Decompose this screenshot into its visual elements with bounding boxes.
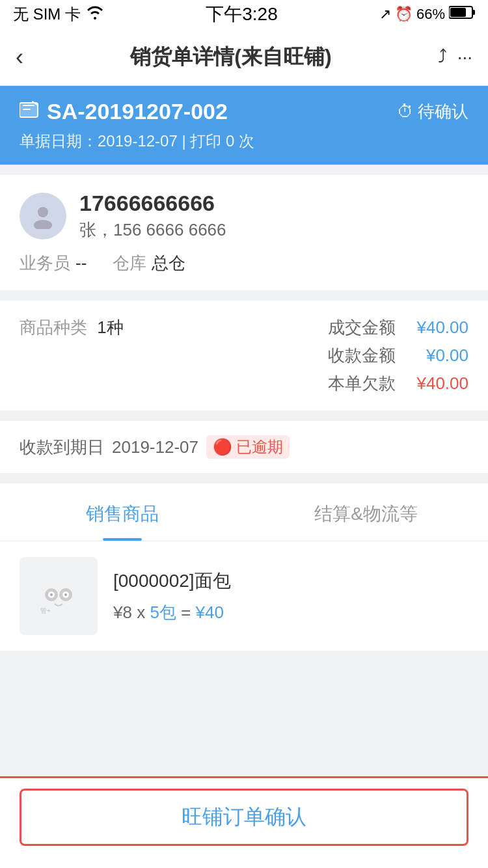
- product-price: ¥8 x 5包 = ¥40: [113, 601, 468, 624]
- back-button[interactable]: ‹: [16, 44, 55, 71]
- debt-value: ¥40.00: [403, 373, 468, 394]
- warehouse-item: 仓库 总仓: [113, 252, 185, 275]
- customer-phone: 17666666666: [79, 191, 226, 216]
- product-name: [0000002]面包: [113, 569, 468, 593]
- order-date-line: 单据日期：2019-12-07 | 打印 0 次: [20, 131, 468, 152]
- tabs: 销售商品 结算&物流等: [0, 483, 488, 541]
- location-icon: ↗: [379, 6, 391, 23]
- overdue-badge: 🔴 已逾期: [206, 435, 290, 459]
- bottom-area: [0, 651, 488, 781]
- svg-point-11: [64, 593, 67, 596]
- status-text: 待确认: [418, 100, 468, 123]
- wifi-icon: [86, 5, 104, 23]
- battery-level: 66%: [416, 6, 445, 23]
- customer-name-phone: 张，156 6666 6666: [79, 219, 226, 241]
- due-date: 2019-12-07: [112, 437, 198, 457]
- confirm-btn-container: 旺铺订单确认: [0, 776, 488, 868]
- customer-meta: 业务员 -- 仓库 总仓: [20, 252, 468, 275]
- cat-label: 商品种类: [20, 318, 87, 337]
- alarm-icon: ⏰: [395, 6, 413, 23]
- warehouse-value: 总仓: [152, 252, 185, 275]
- alert-icon: 🔴: [213, 438, 232, 456]
- battery-icon: [449, 5, 475, 23]
- svg-point-4: [38, 207, 48, 217]
- order-status-badge: ⏱ 待确认: [397, 100, 468, 123]
- product-thumbnail: 管+: [20, 557, 98, 635]
- product-item: 管+ [0000002]面包 ¥8 x 5包 = ¥40: [0, 541, 488, 651]
- debt-row: 本单欠款 ¥40.00: [328, 372, 468, 395]
- product-info: [0000002]面包 ¥8 x 5包 = ¥40: [113, 569, 468, 624]
- overdue-text: 已逾期: [236, 437, 283, 457]
- clock-icon: ⏱: [397, 102, 414, 122]
- payment-value: ¥0.00: [403, 346, 468, 366]
- svg-text:管+: 管+: [40, 607, 51, 614]
- deal-amount-label: 成交金额: [328, 316, 396, 339]
- payment-row: 收款金额 ¥0.00: [328, 344, 468, 367]
- price-qty: 5包: [150, 603, 176, 622]
- summary-right: 成交金额 ¥40.00 收款金额 ¥0.00 本单欠款 ¥40.00: [328, 316, 468, 395]
- tab-sales-products[interactable]: 销售商品: [0, 483, 244, 541]
- due-date-card: 收款到期日 2019-12-07 🔴 已逾期: [0, 421, 488, 473]
- svg-point-5: [34, 220, 52, 229]
- order-header-card: SA-20191207-002 ⏱ 待确认 单据日期：2019-12-07 | …: [0, 86, 488, 165]
- salesperson-item: 业务员 --: [20, 252, 87, 275]
- status-right: ↗ ⏰ 66%: [379, 5, 475, 23]
- nav-actions: ⤴ ···: [407, 47, 472, 68]
- summary-card: 商品种类 1种 成交金额 ¥40.00 收款金额 ¥0.00 本单欠款 ¥40.…: [0, 301, 488, 411]
- status-left: 无 SIM 卡: [13, 4, 104, 25]
- price-equals: =: [176, 603, 196, 622]
- salesperson-value: --: [75, 253, 87, 273]
- more-icon[interactable]: ···: [457, 47, 472, 68]
- deal-amount-value: ¥40.00: [403, 318, 468, 338]
- confirm-order-button[interactable]: 旺铺订单确认: [20, 789, 468, 846]
- svg-rect-1: [472, 10, 475, 15]
- due-label: 收款到期日: [20, 436, 104, 459]
- tabs-container: 销售商品 结算&物流等: [0, 483, 488, 541]
- status-time: 下午3:28: [206, 2, 278, 27]
- price-total: ¥40: [195, 603, 223, 622]
- svg-point-10: [50, 593, 53, 596]
- nav-bar: ‹ 销货单详情(来自旺铺) ⤴ ···: [0, 29, 488, 86]
- order-icon: [20, 100, 40, 123]
- debt-label: 本单欠款: [328, 372, 396, 395]
- avatar: [20, 193, 66, 239]
- summary-left: 商品种类 1种: [20, 316, 124, 339]
- customer-info: 17666666666 张，156 6666 6666: [79, 191, 226, 241]
- tab-settlement-logistics[interactable]: 结算&物流等: [244, 483, 488, 541]
- share-icon[interactable]: ⤴: [438, 47, 447, 68]
- cat-value: 1种: [97, 318, 123, 337]
- product-list: 管+ [0000002]面包 ¥8 x 5包 = ¥40: [0, 541, 488, 651]
- price-base: ¥8 x: [113, 603, 150, 622]
- svg-rect-2: [450, 8, 466, 17]
- page-title: 销货单详情(来自旺铺): [55, 43, 407, 72]
- salesperson-label: 业务员: [20, 252, 70, 275]
- warehouse-label: 仓库: [113, 252, 146, 275]
- deal-amount-row: 成交金额 ¥40.00: [328, 316, 468, 339]
- order-id: SA-20191207-002: [20, 99, 228, 124]
- payment-label: 收款金额: [328, 344, 396, 367]
- status-bar: 无 SIM 卡 下午3:28 ↗ ⏰ 66%: [0, 0, 488, 29]
- customer-card: 17666666666 张，156 6666 6666 业务员 -- 仓库 总仓: [0, 175, 488, 290]
- sim-status: 无 SIM 卡: [13, 4, 81, 25]
